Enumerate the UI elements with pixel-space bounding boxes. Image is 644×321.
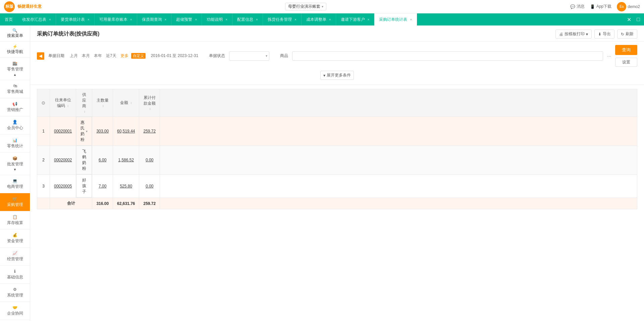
expand-more-btn[interactable]: ▾ 展开更多条件 <box>320 71 354 80</box>
filter-toggle-btn[interactable]: ◀ <box>37 52 44 60</box>
status-select-wrap <box>229 51 269 61</box>
shortcut-last-month[interactable]: 上月 <box>68 52 79 59</box>
close-tab-gongneng[interactable]: × <box>225 18 227 21</box>
custom-date-tag[interactable]: 自定义 <box>131 53 146 59</box>
tab-caigou-active[interactable]: 采购订单统计表 × <box>374 13 417 25</box>
sidebar-item-零售管理[interactable]: 🏬 零售管理 ▲ <box>0 58 30 80</box>
tab-yaohuo[interactable]: 要货单统计表 × <box>56 13 95 25</box>
row-paid[interactable]: 259.72 <box>139 117 160 146</box>
row-amount[interactable]: 60,519.44 <box>113 117 139 146</box>
sidebar-search[interactable]: 🔍 搜索菜单 <box>0 25 30 42</box>
row-code[interactable]: 00020001 <box>50 117 76 146</box>
close-tab-shoufahu[interactable]: × <box>49 18 51 21</box>
sidebar-item-库存核算[interactable]: 📋 库存核算 <box>0 211 30 229</box>
query-btn[interactable]: 查询 <box>615 45 637 55</box>
home-label: 首页 <box>5 17 13 22</box>
row-quantity[interactable]: 303.00 <box>92 117 113 146</box>
workspace-selector[interactable]: 母婴行业演示账套 ▾ <box>285 3 326 10</box>
tab-yaoqing[interactable]: 邀请下游客户 × <box>336 13 375 25</box>
expand-label: 展开更多条件 <box>327 72 351 78</box>
close-tab-peizhi[interactable]: × <box>256 18 258 21</box>
row-paid[interactable]: 0.00 <box>139 146 160 174</box>
workspace-chevron: ▾ <box>322 5 323 8</box>
shortcut-this-month[interactable]: 本月 <box>80 52 91 59</box>
table-footer: 合计 316.00 62,631.76 259.72 <box>37 198 637 209</box>
more-options-btn[interactable]: ··· <box>607 53 611 59</box>
print-btn[interactable]: 🖨 按模板打印 ▾ <box>555 30 592 39</box>
tab-keyong[interactable]: 可用量库存账本 × <box>95 13 137 25</box>
col-quantity[interactable]: 主数量 ↕ <box>92 89 113 117</box>
sidebar-item-资金管理[interactable]: 💰 资金管理 <box>0 229 30 248</box>
refresh-icon: ↻ <box>621 32 624 37</box>
expand-row: ▾ 展开更多条件 <box>37 69 637 81</box>
user-area[interactable]: Ea demo2 <box>617 2 640 11</box>
row-paid[interactable]: 0.00 <box>139 174 160 198</box>
close-tab-baozhi[interactable]: × <box>165 18 167 21</box>
sidebar-quick-nav[interactable]: ⚡ 快捷导航 <box>0 42 30 58</box>
arrow-down-icon-批发: ▼ <box>13 168 17 171</box>
基础信息-icon: ℹ <box>14 269 16 274</box>
export-btn[interactable]: ⬇ 导出 <box>594 30 614 39</box>
date-shortcuts: 上月 本月 本年 近7天 更多 自定义 <box>68 52 146 59</box>
row-quantity[interactable]: 6.00 <box>92 146 113 174</box>
sidebar-item-电商管理[interactable]: 💻 电商管理 <box>0 175 30 193</box>
app-download-btn[interactable]: 📱 App下载 <box>590 4 611 9</box>
close-window-btn[interactable]: ✕ <box>626 16 633 23</box>
row-quantity[interactable]: 7.00 <box>92 174 113 198</box>
tab-peizhi[interactable]: 配置信息 × <box>232 13 263 25</box>
tab-shoufahuiZong[interactable]: 收发存汇总表 × <box>17 13 56 25</box>
sidebar-item-会员中心[interactable]: 👤 会员中心 <box>0 116 30 135</box>
maximize-window-btn[interactable]: □ <box>635 16 641 22</box>
col-quantity-label: 主数量 <box>97 98 109 103</box>
close-tab-peihuorenwu[interactable]: × <box>294 18 297 21</box>
col-code[interactable]: 往来单位编码 ↕ <box>50 89 76 117</box>
close-tab-yaoqing[interactable]: × <box>368 18 370 21</box>
shortcut-more[interactable]: 更多 <box>119 52 130 59</box>
sidebar-item-企业协同[interactable]: 🤝 企业协同 <box>0 302 30 320</box>
shortcut-7days[interactable]: 近7天 <box>105 52 118 59</box>
tab-chengben[interactable]: 成本调整单 × <box>302 13 336 25</box>
header-actions: 🖨 按模板打印 ▾ ⬇ 导出 ↻ 刷新 <box>555 30 637 39</box>
col-paid[interactable]: 累计付款金额 ↕ <box>139 89 160 117</box>
col-amount-label: 金额 <box>120 100 128 105</box>
total-extra <box>160 198 637 209</box>
close-tab-chengben[interactable]: × <box>329 18 331 21</box>
tab-baozhi[interactable]: 保质期查询 × <box>137 13 172 25</box>
goods-input[interactable] <box>292 51 603 61</box>
sidebar-item-采购管理[interactable]: 🛒 采购管理 <box>0 193 30 211</box>
零售商城-icon: 🛍 <box>13 84 17 88</box>
sidebar-item-营销推广[interactable]: 📢 营销推广 <box>0 98 30 116</box>
user-avatar: Ea <box>617 2 626 11</box>
close-tab-keyong[interactable]: × <box>130 18 132 21</box>
col-amount[interactable]: 金额 ↕ <box>113 89 139 117</box>
tab-gongneng[interactable]: 功能说明 × <box>202 13 232 25</box>
message-btn[interactable]: 💬 消息 <box>570 4 585 9</box>
print-label: 按模板打印 <box>565 31 585 37</box>
tab-超储预警[interactable]: 超储预警 × <box>171 13 202 25</box>
sidebar-item-基础信息[interactable]: ℹ 基础信息 <box>0 266 30 284</box>
col-settings[interactable]: ⚙ <box>37 89 50 117</box>
sidebar-item-系统管理[interactable]: ⚙ 系统管理 <box>0 284 30 302</box>
sidebar-item-经营管理[interactable]: 📈 经营管理 <box>0 248 30 266</box>
col-supplier[interactable]: 供应商 ↕ <box>76 89 92 117</box>
tab-peihuorenwu[interactable]: 拣货任务管理 × <box>263 13 302 25</box>
refresh-btn[interactable]: ↻ 刷新 <box>617 30 637 39</box>
row-code[interactable]: 00020002 <box>50 146 76 174</box>
date-range-display: 2016-01-01 至 2023-12-31 <box>151 53 198 59</box>
row-code[interactable]: 00020005 <box>50 174 76 198</box>
tab-home[interactable]: 首页 <box>0 13 17 25</box>
row-amount[interactable]: 525.80 <box>113 174 139 198</box>
sidebar-item-零售商城[interactable]: 🛍 零售商城 <box>0 80 30 98</box>
shortcut-this-year[interactable]: 本年 <box>93 52 103 59</box>
close-tab-超储预警[interactable]: × <box>195 18 197 21</box>
toggle-arrow-icon: ◀ <box>39 53 42 58</box>
sidebar-item-零售统计[interactable]: 📊 零售统计 <box>0 135 30 153</box>
sidebar-item-批发管理[interactable]: 📦 批发管理 ▼ <box>0 153 30 175</box>
filter-area: ◀ 单据日期 上月 本月 本年 近7天 更多 自定义 2016-01-01 至 … <box>30 42 644 85</box>
settings-btn[interactable]: 设置 <box>615 58 637 67</box>
status-select[interactable] <box>229 51 269 61</box>
close-tab-caigou[interactable]: × <box>410 18 412 21</box>
row-supplier: 好孩子 <box>76 174 92 198</box>
row-amount[interactable]: 1,586.52 <box>113 146 139 174</box>
close-tab-yaohuo[interactable]: × <box>88 18 90 21</box>
